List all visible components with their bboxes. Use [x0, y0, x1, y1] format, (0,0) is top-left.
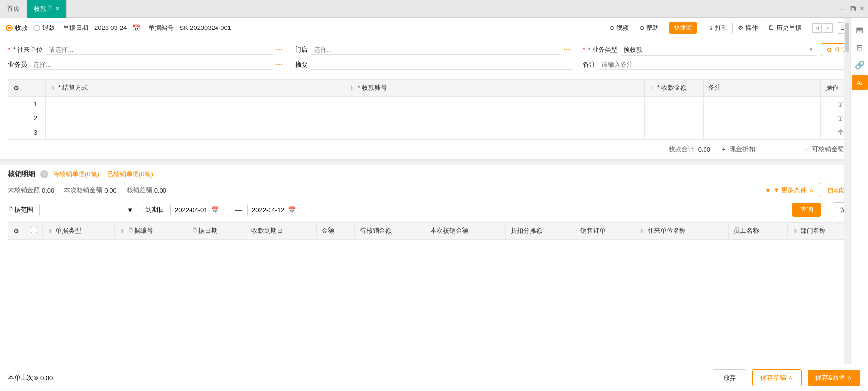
writeoff-title: 核销明细	[8, 170, 35, 179]
tab-receipt[interactable]: 收款单 ×	[27, 0, 67, 18]
row3-delete-btn[interactable]: 🗑	[836, 128, 845, 136]
clerk-input[interactable]	[30, 60, 273, 70]
print-label: 打印	[715, 24, 728, 32]
store-more-btn[interactable]: ···	[560, 45, 572, 54]
due-date-from-calendar[interactable]: 📅	[211, 206, 218, 214]
next-arrow[interactable]: ▷	[823, 23, 833, 33]
row3-payment[interactable]	[46, 125, 345, 140]
right-icon-table[interactable]: ▤	[852, 22, 868, 37]
biz-type-value: 预收款	[624, 45, 806, 54]
store-input[interactable]	[311, 45, 560, 55]
due-date-to-calendar[interactable]: 📅	[288, 206, 296, 214]
row3-remark[interactable]	[704, 125, 821, 140]
query-button[interactable]: 查询	[792, 203, 821, 217]
shortcut-button[interactable]: 快捷键	[669, 22, 697, 34]
form-row-1: * * 往来单位 ··· 门店 ··· * * 业务类型 预收款	[8, 43, 860, 56]
ai-label: Ai	[857, 79, 863, 86]
restore-icon[interactable]: ⧉	[850, 4, 856, 13]
bill-range-field: 单据范围 ▼	[8, 204, 137, 216]
writeoff-title-row: 核销明细 i 待核销单据(0笔) 已核销单据(0笔)	[8, 170, 860, 179]
row1-num: 1	[26, 97, 46, 111]
help-link[interactable]: ⊙ 帮助	[639, 24, 659, 32]
tab-bar-right: — ⧉ ×	[839, 4, 868, 13]
counterpart-field: * * 往来单位 ···	[8, 45, 285, 55]
right-icon-ai[interactable]: Ai	[852, 75, 868, 90]
writeoff-completed-tab[interactable]: 已核销单据(0笔)	[107, 170, 153, 179]
row1-delete-btn[interactable]: 🗑	[836, 100, 845, 108]
unwriteoff-label: 未核销金额	[8, 186, 40, 195]
table-row: 1 🗑 ⊕	[8, 97, 860, 111]
row1-payment[interactable]	[46, 97, 345, 111]
detail-col-due-date: 收款到期日	[246, 223, 317, 240]
bill-range-select[interactable]: ▼	[39, 204, 137, 216]
abandon-button[interactable]: 放弃	[713, 369, 746, 386]
col-settings-header[interactable]: ⚙	[8, 80, 26, 97]
right-icon-attach[interactable]: 🔗	[852, 57, 868, 73]
video-icon: ⊙	[609, 24, 615, 31]
detail-col-amount: 金额	[316, 223, 354, 240]
row1-account[interactable]	[345, 97, 645, 111]
available-label: 可核销金额	[812, 145, 844, 154]
row2-delete-btn[interactable]: 🗑	[836, 114, 845, 122]
history-link[interactable]: 🗒 历史单据	[768, 24, 802, 32]
video-link[interactable]: ⊙ 视频	[609, 24, 629, 32]
tab-home[interactable]: 首页	[0, 0, 27, 18]
row2-account[interactable]	[345, 111, 645, 125]
filter-icon: ▼	[765, 187, 771, 194]
receipt-radio[interactable]: 收款	[6, 24, 27, 32]
prev-arrow[interactable]: ◁	[812, 23, 822, 33]
table-container: ⚙ ⇅ * 结算方式 ⇅ * 收款账号 ⇅ * 收款金额	[0, 79, 868, 140]
biz-type-label-text: * 业务类型	[588, 46, 618, 53]
discount-input[interactable]	[761, 144, 800, 154]
row1-amount[interactable]	[645, 97, 704, 111]
settings-gear-icon: ⚙	[826, 46, 832, 54]
row3-amount[interactable]	[645, 125, 704, 140]
detail-select-all-checkbox[interactable]	[31, 227, 37, 233]
row3-settings	[8, 125, 26, 140]
right-icon-doc[interactable]: ⊟	[852, 39, 868, 55]
print-link[interactable]: 🖨 打印	[707, 24, 728, 32]
scroll-area[interactable]	[844, 18, 850, 391]
summary-field: 摘要	[295, 60, 572, 70]
row2-payment[interactable]	[46, 111, 345, 125]
remark-input[interactable]	[598, 60, 860, 70]
total-value: 0.00	[698, 146, 718, 153]
close-icon[interactable]: ×	[860, 4, 864, 13]
current-writeoff-value: 0.00	[104, 187, 116, 194]
diff-stat: 核销差额 0.00	[127, 186, 166, 195]
writeoff-pending-tab[interactable]: 待核销单据(0笔)	[53, 170, 99, 179]
ops-label: 操作	[745, 24, 758, 32]
summary-input[interactable]	[311, 60, 572, 70]
scroll-thumb[interactable]	[845, 23, 849, 52]
save-draft-button[interactable]: 保存草稿 ∧	[752, 369, 802, 386]
ops-link[interactable]: ⚙ 操作	[738, 24, 758, 32]
bill-date-calendar-icon[interactable]: 📅	[132, 24, 140, 32]
detail-col-settings[interactable]: ⚙	[8, 223, 26, 240]
due-date-from[interactable]: 2022-04-01 📅	[170, 204, 229, 216]
receipt-radio-label: 收款	[15, 24, 27, 32]
table-row: 2 🗑 ⊕	[8, 111, 860, 125]
biz-type-select[interactable]: 预收款 ▼	[621, 44, 816, 56]
detail-col-checkbox	[26, 223, 43, 240]
unwriteoff-stat: 未核销金额 0.00	[8, 186, 54, 195]
history-icon: 🗒	[768, 24, 775, 31]
tab-receipt-close[interactable]: ×	[56, 5, 59, 12]
writeoff-info-icon[interactable]: i	[40, 170, 48, 178]
remark-field: 备注	[583, 60, 860, 70]
refund-radio[interactable]: 退款	[33, 24, 55, 32]
save-draft-label: 保存草稿 ∧	[760, 373, 793, 382]
row2-remark[interactable]	[704, 111, 821, 125]
row1-remark[interactable]	[704, 97, 821, 111]
refund-radio-label: 退款	[42, 24, 55, 32]
row3-account[interactable]	[345, 125, 645, 140]
right-panel: ▤ ⊟ 🔗 Ai	[850, 18, 868, 391]
save-new-button[interactable]: 保存&新增 ∧	[808, 370, 860, 386]
row2-amount[interactable]	[645, 111, 704, 125]
due-date-to[interactable]: 2022-04-12 📅	[247, 204, 306, 216]
more-conditions-btn[interactable]: ▼ ▼ 更多条件 ∧	[765, 186, 814, 195]
counterpart-input[interactable]	[46, 45, 273, 55]
minimize-icon[interactable]: —	[839, 4, 846, 13]
biz-type-arrow: ▼	[808, 47, 813, 52]
counterpart-more-btn[interactable]: ···	[273, 45, 285, 54]
clerk-more-btn[interactable]: ···	[273, 60, 285, 69]
